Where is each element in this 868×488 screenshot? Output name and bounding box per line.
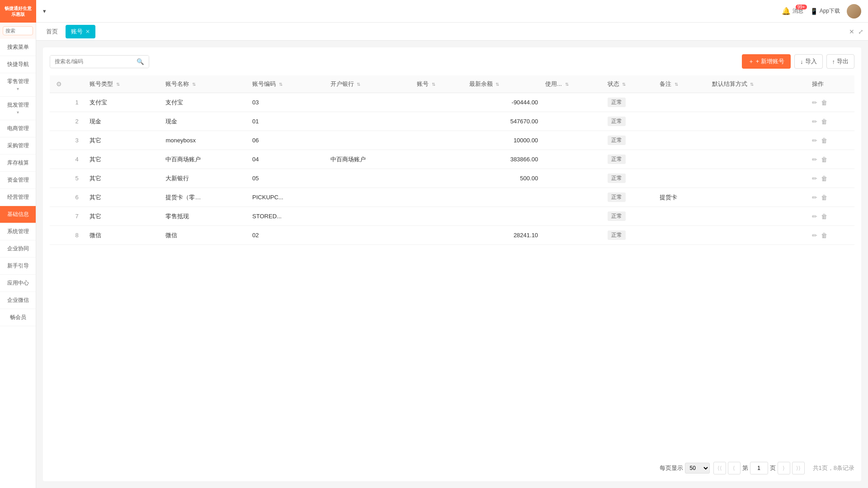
sidebar-item-search-menu[interactable]: 搜索菜单 [0, 39, 36, 56]
edit-icon[interactable]: ✏ [812, 137, 817, 144]
sidebar-item-purchase-mgmt[interactable]: 采购管理 [0, 137, 36, 155]
import-button[interactable]: ↓ 导入 [794, 54, 823, 69]
delete-icon[interactable]: 🗑 [821, 99, 827, 106]
page-suffix: 页 [770, 464, 776, 472]
sidebar-search-input[interactable] [3, 26, 33, 35]
col-remark[interactable]: 备注 ⇅ [656, 75, 708, 93]
col-name[interactable]: 账号名称 ⇅ [162, 75, 249, 93]
sidebar-item-vip-member[interactable]: 畅会员 [0, 309, 36, 326]
col-status-label: 状态 [608, 80, 619, 87]
page-number-input[interactable] [750, 462, 768, 474]
tab-close-icon[interactable]: ✕ [85, 28, 90, 35]
col-status[interactable]: 状态 ⇅ [604, 75, 656, 93]
table-row: 6 其它 提货卡（零… PICKUPC... 正常 提货卡 ✏ 🗑 [50, 188, 854, 207]
col-code[interactable]: 账号编码 ⇅ [249, 75, 327, 93]
sidebar-item-label: 新手引导 [2, 262, 33, 270]
page-navigation: ⟨⟨ ⟨ 第 页 ⟩ ⟩⟩ [713, 462, 805, 474]
sidebar-item-basic-info[interactable]: 基础信息 [0, 206, 36, 223]
notification-button[interactable]: 🔔 消息 99+ [782, 7, 803, 15]
sidebar: 畅捷通好生意 乐惠版 搜索菜单 快捷导航 零售管理 ▾ 批发管理 ▾ 电商管理 … [0, 0, 36, 488]
sidebar-item-inventory-check[interactable]: 库存核算 [0, 155, 36, 172]
row-name: moneybosx [162, 131, 249, 150]
search-button[interactable]: 🔍 [132, 56, 149, 68]
col-settlement[interactable]: 默认结算方式 ⇅ [708, 75, 808, 93]
col-settings[interactable]: ⚙ [50, 75, 68, 93]
data-table-wrapper: ⚙ 账号类型 ⇅ 账号名称 ⇅ [50, 75, 854, 455]
sidebar-item-wholesale-mgmt[interactable]: 批发管理 ▾ [0, 97, 36, 120]
edit-icon[interactable]: ✏ [812, 156, 817, 163]
row-status: 正常 [604, 207, 656, 226]
sidebar-item-biz-mgmt[interactable]: 经营管理 [0, 189, 36, 206]
col-index [68, 75, 86, 93]
row-code: 01 [249, 112, 327, 131]
row-balance [466, 188, 542, 207]
col-balance-label: 最新余额 [469, 80, 493, 87]
header-dropdown[interactable]: ▾ [43, 8, 46, 14]
delete-icon[interactable]: 🗑 [821, 137, 827, 144]
sidebar-item-quick-nav[interactable]: 快捷导航 [0, 56, 36, 73]
row-usage [542, 112, 604, 131]
per-page-select[interactable]: 50 100 200 [685, 463, 710, 474]
row-account [413, 93, 465, 112]
sidebar-item-label: 企业微信 [2, 296, 33, 304]
row-account [413, 131, 465, 150]
tab-account[interactable]: 账号 ✕ [66, 25, 95, 38]
col-usage[interactable]: 使用... ⇅ [542, 75, 604, 93]
row-settlement [708, 112, 808, 131]
row-settlement [708, 226, 808, 245]
sidebar-item-label: 电商管理 [2, 125, 33, 132]
edit-icon[interactable]: ✏ [812, 99, 817, 106]
delete-icon[interactable]: 🗑 [821, 232, 827, 239]
last-page-button[interactable]: ⟩⟩ [792, 462, 805, 474]
sidebar-item-label: 搜索菜单 [2, 43, 33, 51]
delete-icon[interactable]: 🗑 [821, 194, 827, 201]
search-input[interactable] [50, 56, 132, 67]
row-settings-cell [50, 169, 68, 188]
tab-expand-icon[interactable]: ⤢ [858, 28, 863, 35]
sort-icon: ⇅ [622, 82, 626, 87]
delete-icon[interactable]: 🗑 [821, 213, 827, 220]
sidebar-item-sys-mgmt[interactable]: 系统管理 [0, 223, 36, 240]
row-settings-cell [50, 131, 68, 150]
row-index: 1 [68, 93, 86, 112]
row-remark [656, 226, 708, 245]
tab-home[interactable]: 首页 [41, 25, 63, 38]
gear-icon[interactable]: ⚙ [56, 80, 62, 88]
row-actions: ✏ 🗑 [808, 169, 854, 188]
delete-icon[interactable]: 🗑 [821, 156, 827, 163]
status-badge: 正常 [608, 155, 626, 164]
tab-close-all-icon[interactable]: ✕ [849, 28, 854, 35]
col-account[interactable]: 账号 ⇅ [413, 75, 465, 93]
sidebar-item-app-center[interactable]: 应用中心 [0, 275, 36, 292]
edit-icon[interactable]: ✏ [812, 232, 817, 239]
col-type-label: 账号类型 [90, 80, 113, 87]
app-download-button[interactable]: 📱 App下载 [810, 7, 840, 15]
sidebar-item-fund-mgmt[interactable]: 资金管理 [0, 172, 36, 189]
col-bank[interactable]: 开户银行 ⇅ [327, 75, 414, 93]
prev-page-button[interactable]: ⟨ [728, 462, 741, 474]
edit-icon[interactable]: ✏ [812, 194, 817, 201]
user-avatar[interactable] [847, 4, 861, 19]
sidebar-item-corp-wechat[interactable]: 企业微信 [0, 292, 36, 309]
add-account-button[interactable]: ＋ + 新增账号 [742, 54, 791, 69]
col-type[interactable]: 账号类型 ⇅ [86, 75, 162, 93]
col-balance[interactable]: 最新余额 ⇅ [466, 75, 542, 93]
sidebar-item-retail-mgmt[interactable]: 零售管理 ▾ [0, 73, 36, 97]
edit-icon[interactable]: ✏ [812, 175, 817, 182]
row-bank [327, 226, 414, 245]
export-button[interactable]: ↑ 导出 [826, 54, 855, 69]
delete-icon[interactable]: 🗑 [821, 175, 827, 182]
logo-line1: 畅捷通好生意 [5, 5, 32, 11]
per-page-label: 每页显示 [660, 464, 683, 472]
edit-icon[interactable]: ✏ [812, 213, 817, 220]
first-page-button[interactable]: ⟨⟨ [713, 462, 726, 474]
sidebar-item-corp-agreement[interactable]: 企业协同 [0, 240, 36, 258]
row-balance: 28241.10 [466, 226, 542, 245]
edit-icon[interactable]: ✏ [812, 118, 817, 125]
top-header: ▾ 🔔 消息 99+ 📱 App下载 [36, 0, 868, 23]
delete-icon[interactable]: 🗑 [821, 118, 827, 125]
sidebar-item-newbie-guide[interactable]: 新手引导 [0, 258, 36, 275]
sidebar-item-ecommerce-mgmt[interactable]: 电商管理 [0, 120, 36, 137]
row-index: 3 [68, 131, 86, 150]
next-page-button[interactable]: ⟩ [778, 462, 790, 474]
